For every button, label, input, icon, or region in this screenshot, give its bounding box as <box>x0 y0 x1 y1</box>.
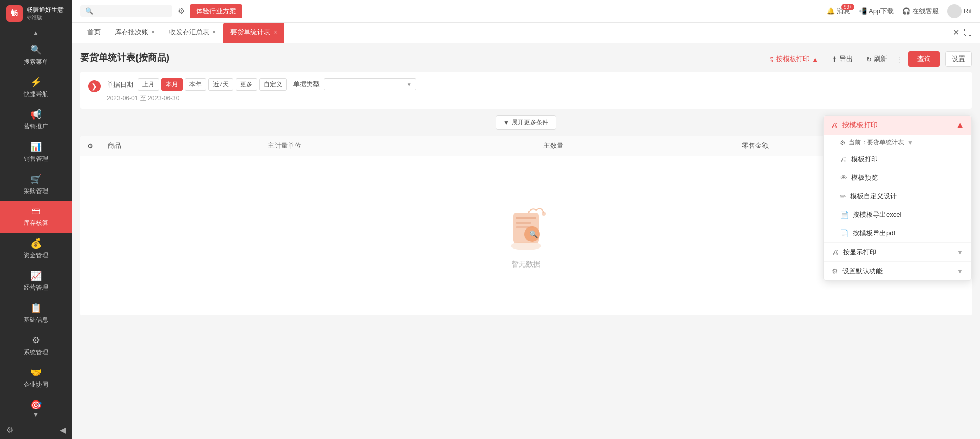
template-preview-label: 模板预览 <box>851 173 878 182</box>
dropdown-header[interactable]: 🖨 按模板打印 ▲ <box>824 116 971 135</box>
dropdown-close-button[interactable]: ▲ <box>956 121 964 130</box>
settings-footer-icon[interactable]: ⚙ <box>6 425 13 435</box>
action-divider: ⋮ <box>896 55 903 63</box>
query-button[interactable]: 查询 <box>908 51 940 67</box>
message-button[interactable]: 🔔 消息 99+ <box>827 7 850 16</box>
more-date-btn[interactable]: 更多 <box>236 78 257 91</box>
dropdown-item-template-print[interactable]: 🖨 模板打印 <box>824 150 971 168</box>
sidebar-item-quick-nav[interactable]: ⚡ 快捷导航 <box>0 71 72 104</box>
sidebar-scroll-up[interactable]: ▲ <box>0 27 72 39</box>
set-default-label: 设置默认功能 <box>842 266 883 276</box>
template-print-label: 模板打印 <box>851 155 878 164</box>
download-icon: 📲 <box>858 7 867 15</box>
sidebar-item-label: 资金管理 <box>24 251 48 260</box>
clipboard-icon: 📋 <box>30 302 42 314</box>
col-unit: 主计量单位 <box>261 136 536 156</box>
sidebar-item-guide[interactable]: 🎯 新手引导 <box>0 394 72 409</box>
last-7days-btn[interactable]: 近7天 <box>208 78 233 91</box>
dropdown-item-template-pdf[interactable]: 📄 按模板导出pdf <box>824 224 971 242</box>
template-custom-label: 模板自定义设计 <box>850 192 897 201</box>
handshake-icon: 🤝 <box>30 367 42 378</box>
expand-more-button[interactable]: ▼ 展开更多条件 <box>496 115 556 130</box>
date-range-display: 2023-06-01 至 2023-06-30 <box>107 94 179 103</box>
filter-expand-button[interactable]: ❯ <box>88 80 101 92</box>
sidebar-item-label: 基础信息 <box>24 316 48 325</box>
type-filter-group: 单据类型 <box>293 78 416 90</box>
sidebar-item-label: 系统管理 <box>24 348 48 357</box>
chart-icon: 📊 <box>30 141 42 152</box>
col-settings: ⚙ <box>80 136 101 156</box>
tab-order-summary-close[interactable]: × <box>273 29 277 36</box>
svg-text:🔍: 🔍 <box>529 230 538 239</box>
sidebar-item-label: 销售管理 <box>24 155 48 163</box>
col-product: 商品 <box>101 136 261 156</box>
sidebar: 畅 畅赚通好生意 标准版 ▲ 🔍 搜索菜单 ⚡ 快捷导航 📢 营销推广 📊 销售… <box>0 0 72 439</box>
prev-month-btn[interactable]: 上月 <box>138 78 159 91</box>
tab-home[interactable]: 首页 <box>80 23 108 43</box>
sidebar-item-system[interactable]: ⚙ 系统管理 <box>0 330 72 362</box>
trend-icon: 📈 <box>30 270 42 281</box>
sidebar-item-label: 搜索菜单 <box>24 58 48 66</box>
window-controls: ✕ ⛶ <box>953 28 972 37</box>
maximize-window-icon[interactable]: ⛶ <box>964 28 972 37</box>
online-service-button[interactable]: 🎧 在线客服 <box>902 7 939 16</box>
date-filter-row: 单据日期 上月 本月 本年 近7天 更多 自定义 <box>107 78 287 91</box>
export-button[interactable]: ⬆ 导出 <box>828 52 857 66</box>
app-download-button[interactable]: 📲 App下载 <box>858 7 894 16</box>
refresh-button[interactable]: ↻ 刷新 <box>862 52 891 66</box>
custom-date-btn[interactable]: 自定义 <box>259 78 287 91</box>
date-label: 单据日期 <box>107 80 133 89</box>
gear-icon: ⚙ <box>32 335 40 346</box>
print-dropdown: 🖨 按模板打印 ▲ ⚙ 当前：要货单统计表 ▼ 🖨 模板打印 👁 模板 <box>823 115 972 281</box>
tab-collection-summary[interactable]: 收发存汇总表 × <box>162 23 223 43</box>
svg-rect-3 <box>516 222 531 224</box>
tabs-bar: 首页 库存批次账 × 收发存汇总表 × 要货单统计表 × ✕ ⛶ <box>72 23 980 43</box>
topbar-gear-icon[interactable]: ⚙ <box>178 6 185 16</box>
tab-batch-account-close[interactable]: × <box>151 29 155 36</box>
filter-bar: ❯ 单据日期 上月 本月 本年 近7天 更多 自定义 2023-06-01 至 … <box>80 72 972 109</box>
inventory-icon: 🗃 <box>31 206 41 217</box>
sidebar-nav: 🔍 搜索菜单 ⚡ 快捷导航 📢 营销推广 📊 销售管理 🛒 采购管理 🗃 库存核… <box>0 39 72 409</box>
svg-rect-2 <box>516 217 536 219</box>
sidebar-item-label: 企业协同 <box>24 380 48 389</box>
sidebar-item-sales[interactable]: 📊 销售管理 <box>0 136 72 168</box>
topbar: 🔍 ⚙ 体验行业方案 🔔 消息 99+ 📲 App下载 🎧 在线客服 Rit <box>72 0 980 23</box>
tab-batch-account[interactable]: 库存批次账 × <box>108 23 162 43</box>
trial-button[interactable]: 体验行业方案 <box>190 4 242 18</box>
search-input[interactable] <box>96 8 158 15</box>
avatar <box>947 4 962 18</box>
sidebar-item-basic[interactable]: 📋 基础信息 <box>0 297 72 330</box>
search-icon: 🔍 <box>85 7 93 15</box>
dropdown-item-template-preview[interactable]: 👁 模板预览 <box>824 168 971 187</box>
tab-collection-summary-close[interactable]: × <box>212 29 216 36</box>
dropdown-item-template-custom[interactable]: ✏ 模板自定义设计 <box>824 187 971 205</box>
collapse-icon[interactable]: ◀ <box>60 425 66 435</box>
dropdown-sub-display-print[interactable]: 🖨 按显示打印 ▼ <box>824 242 971 261</box>
sidebar-item-purchase[interactable]: 🛒 采购管理 <box>0 168 72 201</box>
dropdown-item-template-excel[interactable]: 📄 按模板导出excel <box>824 205 971 224</box>
type-select[interactable] <box>324 78 416 90</box>
sidebar-item-inventory[interactable]: 🗃 库存核算 <box>0 201 72 233</box>
settings-button[interactable]: 设置 <box>945 51 972 67</box>
user-profile[interactable]: Rit <box>947 4 972 18</box>
print-template-button[interactable]: 🖨 按模板打印 ▲ <box>763 52 822 66</box>
topbar-search-box[interactable]: 🔍 <box>80 5 172 17</box>
sidebar-item-marketing[interactable]: 📢 营销推广 <box>0 104 72 136</box>
sidebar-item-collab[interactable]: 🤝 企业协同 <box>0 362 72 394</box>
sidebar-item-finance[interactable]: 💰 资金管理 <box>0 233 72 265</box>
sidebar-scroll-down[interactable]: ▼ <box>0 409 72 421</box>
current-year-btn[interactable]: 本年 <box>185 78 206 91</box>
sidebar-item-operation[interactable]: 📈 经营管理 <box>0 265 72 297</box>
tab-order-summary[interactable]: 要货单统计表 × <box>223 23 284 43</box>
type-select-wrap <box>324 78 416 90</box>
template-print-icon: 🖨 <box>840 155 847 163</box>
template-excel-label: 按模板导出excel <box>853 210 901 219</box>
date-buttons: 上月 本月 本年 近7天 更多 自定义 <box>138 78 287 91</box>
current-month-btn[interactable]: 本月 <box>161 78 183 91</box>
close-window-icon[interactable]: ✕ <box>953 28 959 37</box>
dropdown-sub-set-default[interactable]: ⚙ 设置默认功能 ▼ <box>824 261 971 280</box>
content-actions: 🖨 按模板打印 ▲ ⬆ 导出 ↻ 刷新 ⋮ 查询 设置 <box>763 51 972 67</box>
set-default-arrow-icon: ▼ <box>957 268 963 275</box>
sidebar-item-search[interactable]: 🔍 搜索菜单 <box>0 39 72 71</box>
table-settings-icon[interactable]: ⚙ <box>87 142 93 150</box>
